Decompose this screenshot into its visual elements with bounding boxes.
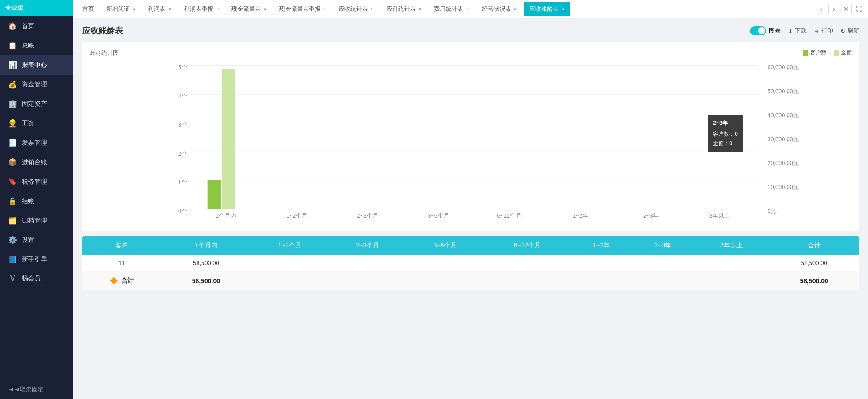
chart-legend: 客户数 金额 (803, 49, 852, 57)
tab-prev-btn[interactable]: ‹ (816, 4, 826, 14)
sidebar-label-ledger: 总账 (22, 42, 34, 50)
table-header-row: 客户 1个月内 1~2个月 2~3个月 3~6个月 6~12个月 1~2年 2~… (82, 236, 859, 255)
tab-home[interactable]: 首页 (77, 5, 99, 13)
legend-customers: 客户数 (803, 49, 826, 57)
table-row: 11 58,500.00 58,500.00 (82, 255, 859, 271)
sidebar-item-member[interactable]: V 畅会员 (0, 269, 73, 288)
sidebar-item-reports[interactable]: 📊 报表中心 (0, 55, 73, 75)
sidebar-label-payroll: 工资 (22, 119, 34, 128)
tab-close-ar-stat[interactable]: × (371, 6, 373, 12)
tab-next-btn[interactable]: › (828, 4, 839, 14)
tab-income-quarter[interactable]: 利润表季报 × (178, 2, 225, 16)
col-y3: 2~3年 (632, 236, 693, 255)
bar-amount-1 (222, 69, 235, 209)
chart-card: 账龄统计图 客户数 金额 5个 4个 3个 2个 1个 (82, 42, 859, 231)
svg-text:1~2个月: 1~2个月 (286, 213, 308, 219)
svg-text:4个: 4个 (178, 93, 187, 100)
footer-label: 🔶 合计 (82, 271, 161, 291)
tab-ap-stat[interactable]: 应付统计表 × (381, 2, 427, 16)
tab-close-all-btn[interactable]: ✕ (841, 4, 852, 14)
download-label: 下载 (795, 27, 807, 35)
tab-close-income-quarter[interactable]: × (216, 6, 219, 12)
col-customer: 客户 (82, 236, 161, 255)
sidebar-item-ledger[interactable]: 📋 总账 (0, 36, 73, 55)
sidebar-item-invoices[interactable]: 🧾 发票管理 (0, 133, 73, 152)
page-title-bar: 应收账龄表 图表 ⬇ 下载 🖨 打印 ↻ 刷新 (82, 25, 859, 36)
print-button[interactable]: 🖨 打印 (814, 27, 833, 35)
tab-close-expense-stat[interactable]: × (466, 6, 469, 12)
sidebar-collapse-btn[interactable]: ◄◄取消固定 (0, 380, 73, 399)
svg-text:60,000.00元: 60,000.00元 (767, 64, 798, 71)
col-total: 合计 (769, 236, 859, 255)
assets-icon: 🏢 (8, 100, 17, 108)
download-button[interactable]: ⬇ 下载 (788, 27, 807, 35)
tab-operation-stat[interactable]: 经营状况表 × (476, 2, 523, 16)
toggle-track[interactable] (750, 26, 766, 35)
sidebar-item-tax[interactable]: 🔖 税务管理 (0, 172, 73, 191)
cell-total: 58,500.00 (769, 255, 859, 271)
tab-label-income: 利润表 (148, 5, 165, 13)
cell-y2 (571, 255, 632, 271)
tab-close-voucher[interactable]: × (132, 6, 135, 12)
tab-income[interactable]: 利润表 × (142, 2, 177, 16)
col-y2: 1~2年 (571, 236, 632, 255)
col-m12: 6~12个月 (484, 236, 571, 255)
sidebar-item-guide[interactable]: 📘 新手引导 (0, 250, 73, 269)
footer-m3 (329, 271, 406, 291)
tab-cashflow[interactable]: 现金流量表 × (226, 2, 272, 16)
sidebar-item-inventory[interactable]: 📦 进销台账 (0, 152, 73, 172)
cell-m2 (251, 255, 329, 271)
print-label: 打印 (821, 27, 833, 35)
tab-bar: 首页 新增凭证 × 利润表 × 利润表季报 × 现金流量表 × 现金流量表季报 … (73, 0, 868, 18)
tab-label-cashflow-quarter: 现金流量表季报 (279, 5, 321, 13)
sidebar-label-archive: 归档管理 (22, 217, 47, 225)
tab-close-ar-aging[interactable]: × (561, 6, 564, 12)
svg-text:3个: 3个 (178, 122, 187, 128)
chart-svg: 5个 4个 3个 2个 1个 0个 60,000.00元 50,000.00元 … (90, 61, 852, 223)
tab-expense-stat[interactable]: 费用统计表 × (428, 2, 475, 16)
chart-area: 5个 4个 3个 2个 1个 0个 60,000.00元 50,000.00元 … (90, 61, 852, 223)
tab-ar-aging[interactable]: 应收账龄表 × (524, 2, 570, 16)
bar-customers-1 (208, 180, 221, 209)
sidebar-label-tax: 税务管理 (22, 178, 47, 186)
download-icon: ⬇ (788, 28, 793, 34)
tab-ar-stat[interactable]: 应收统计表 × (333, 2, 379, 16)
tab-close-ap-stat[interactable]: × (419, 6, 421, 12)
home-icon: 🏠 (8, 22, 17, 30)
tab-voucher[interactable]: 新增凭证 × (100, 2, 141, 16)
col-m6: 3~6个月 (406, 236, 484, 255)
sidebar-item-settings[interactable]: ⚙️ 设置 (0, 230, 73, 250)
tab-label-ar-aging: 应收账龄表 (529, 5, 559, 13)
sidebar-item-home[interactable]: 🏠 首页 (0, 16, 73, 36)
refresh-button[interactable]: ↻ 刷新 (840, 27, 859, 35)
cell-m6 (406, 255, 484, 271)
tab-label-operation-stat: 经营状况表 (482, 5, 511, 13)
sidebar-item-funds[interactable]: 💰 资金管理 (0, 75, 73, 94)
tab-cashflow-quarter[interactable]: 现金流量表季报 × (274, 2, 332, 16)
cell-m3 (329, 255, 406, 271)
sidebar-item-archive[interactable]: 🗂️ 归档管理 (0, 211, 73, 230)
settings-icon: ⚙️ (8, 236, 17, 244)
tab-maximize-btn[interactable]: ⛶ (854, 4, 864, 14)
tab-close-operation-stat[interactable]: × (514, 6, 517, 12)
sidebar-label-home: 首页 (22, 22, 34, 30)
chart-toggle[interactable]: 图表 (750, 26, 781, 35)
tab-label-ar-stat: 应收统计表 (339, 5, 368, 13)
sidebar-item-payroll[interactable]: 👷 工资 (0, 114, 73, 133)
footer-y3plus (694, 271, 769, 291)
col-y3plus: 3年以上 (694, 236, 769, 255)
sidebar-item-assets[interactable]: 🏢 固定资产 (0, 94, 73, 114)
svg-text:0个: 0个 (178, 208, 187, 214)
svg-text:1个: 1个 (178, 179, 187, 185)
tab-close-cashflow[interactable]: × (264, 6, 266, 12)
total-icon: 🔶 (110, 277, 118, 284)
tab-close-income[interactable]: × (168, 6, 171, 12)
reports-icon: 📊 (8, 61, 17, 69)
sidebar-item-closing[interactable]: 🔒 结账 (0, 191, 73, 211)
tab-close-cashflow-quarter[interactable]: × (323, 6, 326, 12)
sidebar-label-member: 畅会员 (22, 275, 41, 283)
cell-y3 (632, 255, 693, 271)
svg-text:2~3个月: 2~3个月 (357, 213, 379, 219)
footer-y2 (571, 271, 632, 291)
member-icon: V (8, 275, 17, 283)
